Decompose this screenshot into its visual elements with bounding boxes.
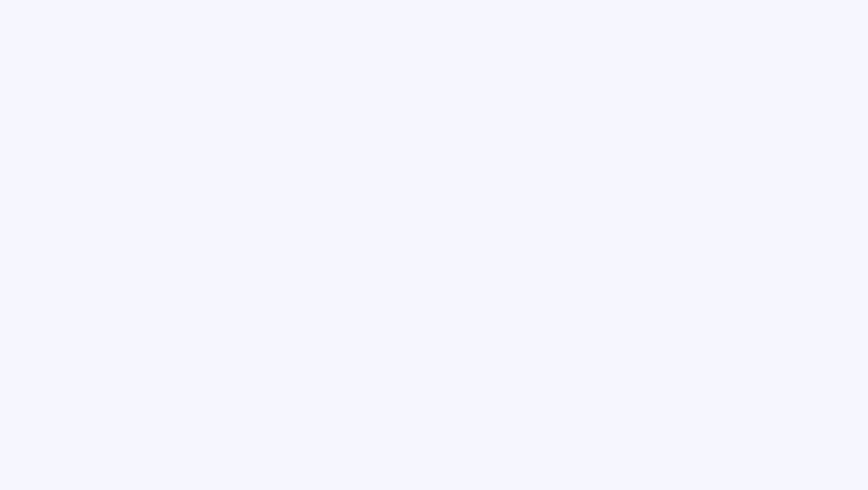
connections-svg — [0, 0, 868, 490]
diagram-container — [0, 0, 868, 490]
